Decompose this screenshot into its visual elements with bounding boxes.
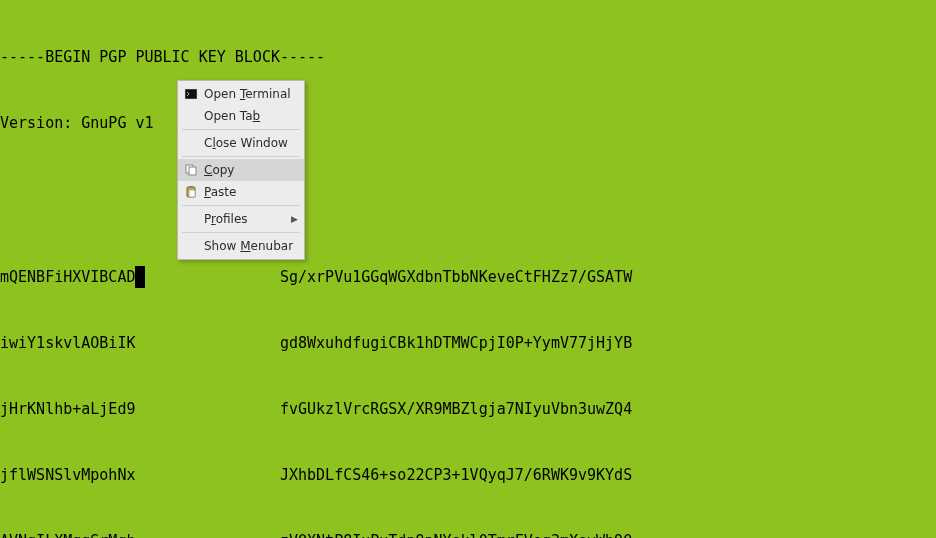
blank-icon <box>184 239 198 253</box>
blank-icon <box>184 109 198 123</box>
copy-icon <box>184 163 198 177</box>
pgp-line: AVNgILXMggSrMqh zVQXNtP8IuPxTdp9pNYskl0T… <box>0 530 936 538</box>
menu-copy[interactable]: Copy <box>178 159 304 181</box>
menu-separator <box>182 156 300 157</box>
menu-close-window[interactable]: Close Window <box>178 132 304 154</box>
svg-rect-5 <box>189 186 193 188</box>
submenu-arrow-icon: ▶ <box>291 208 298 230</box>
svg-rect-3 <box>189 167 196 175</box>
paste-icon <box>184 185 198 199</box>
pgp-line: jHrKNlhb+aLjEd9 fvGUkzlVrcRGSX/XR9MBZlgj… <box>0 398 936 420</box>
pgp-line: iwiY1skvlAOBiIK gd8WxuhdfugiCBk1hDTMWCpj… <box>0 332 936 354</box>
menu-separator <box>182 129 300 130</box>
menu-label: Close Window <box>204 132 298 154</box>
svg-rect-6 <box>189 190 195 197</box>
terminal-content[interactable]: -----BEGIN PGP PUBLIC KEY BLOCK----- Ver… <box>0 0 936 538</box>
menu-label: Open Tab <box>204 105 298 127</box>
menu-open-terminal[interactable]: Open Terminal <box>178 83 304 105</box>
svg-rect-1 <box>186 90 196 98</box>
blank-line <box>0 178 936 200</box>
menu-paste[interactable]: Paste <box>178 181 304 203</box>
pgp-header-version: Version: GnuPG v1 <box>0 112 936 134</box>
menu-profiles[interactable]: Profiles ▶ <box>178 208 304 230</box>
menu-label: Paste <box>204 181 298 203</box>
menu-separator <box>182 232 300 233</box>
menu-label: Copy <box>204 159 298 181</box>
blank-icon <box>184 136 198 150</box>
pgp-line: mQENBFiHXVIBCAD Sg/xrPVu1GGqWGXdbnTbbNKe… <box>0 266 936 288</box>
blank-icon <box>184 212 198 226</box>
terminal-icon <box>184 87 198 101</box>
pgp-line: jflWSNSlvMpohNx JXhbDLfCS46+so22CP3+1VQy… <box>0 464 936 486</box>
menu-label: Profiles <box>204 208 285 230</box>
menu-label: Show Menubar <box>204 235 298 257</box>
context-menu: Open Terminal Open Tab Close Window Copy… <box>177 80 305 260</box>
menu-label: Open Terminal <box>204 83 298 105</box>
menu-open-tab[interactable]: Open Tab <box>178 105 304 127</box>
pgp-header-begin: -----BEGIN PGP PUBLIC KEY BLOCK----- <box>0 46 936 68</box>
menu-separator <box>182 205 300 206</box>
menu-show-menubar[interactable]: Show Menubar <box>178 235 304 257</box>
